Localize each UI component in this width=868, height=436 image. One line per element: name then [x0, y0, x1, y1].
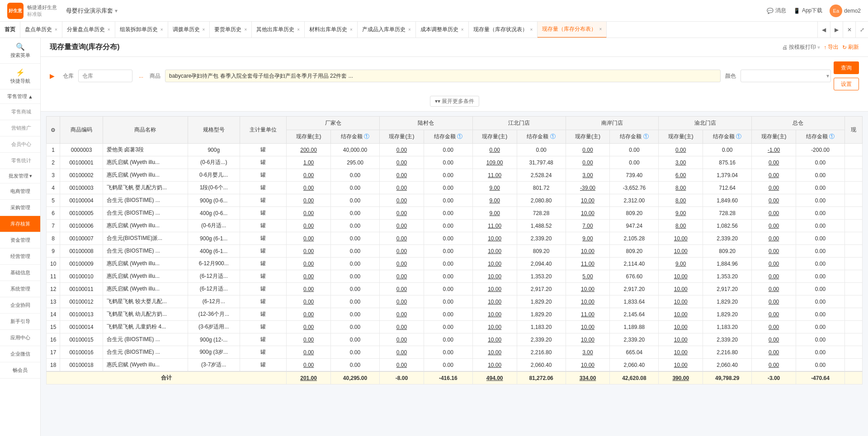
row-lu-qty[interactable]: 0.00: [379, 182, 424, 194]
row-jb-qty[interactable]: 10.00: [472, 258, 517, 270]
row-yb-qty[interactable]: 10.00: [659, 283, 703, 295]
row-yb-qty[interactable]: 10.00: [659, 321, 703, 333]
row-lu-qty[interactable]: 0.00: [379, 232, 424, 245]
row-tot-qty[interactable]: 0.00: [752, 270, 796, 283]
sidebar-item-ecommerce[interactable]: 电商管理: [0, 183, 40, 200]
summary-fac-qty[interactable]: 201.00: [287, 371, 331, 384]
row-fac-qty[interactable]: 0.00: [287, 308, 331, 321]
row-tot-qty[interactable]: 0.00: [752, 194, 796, 207]
tab-close-8[interactable]: ×: [408, 27, 411, 32]
row-jb-qty[interactable]: 11.00: [472, 169, 517, 182]
row-jb-qty[interactable]: 10.00: [472, 283, 517, 295]
tab-expand-btn[interactable]: ⤢: [855, 22, 868, 38]
row-lu-qty[interactable]: 0.00: [379, 258, 424, 270]
sidebar-item-search[interactable]: 🔍 搜索英单: [0, 38, 40, 64]
row-lu-qty[interactable]: 0.00: [379, 144, 424, 156]
row-yb-qty[interactable]: 10.00: [659, 346, 703, 359]
tab-close-11[interactable]: ×: [599, 27, 602, 32]
sidebar-item-marketing[interactable]: 营销推广: [0, 120, 40, 136]
sidebar-item-purchase[interactable]: 采购管理: [0, 200, 40, 216]
sidebar-item-basic-info[interactable]: 基础信息: [0, 265, 40, 281]
row-tot-qty[interactable]: 0.00: [752, 182, 796, 194]
row-fac-qty[interactable]: 0.00: [287, 182, 331, 194]
row-lu-qty[interactable]: 0.00: [379, 346, 424, 359]
tab-home[interactable]: 首页: [0, 22, 20, 38]
row-yb-qty[interactable]: 8.00: [659, 182, 703, 194]
row-na-qty[interactable]: 3.00: [566, 169, 610, 182]
summary-yb-qty[interactable]: 390.00: [659, 371, 703, 384]
row-tot-qty[interactable]: 0.00: [752, 308, 796, 321]
row-jb-qty[interactable]: 10.00: [472, 321, 517, 333]
row-na-qty[interactable]: 11.00: [566, 308, 610, 321]
row-jb-qty[interactable]: 109.00: [472, 156, 517, 169]
row-tot-qty[interactable]: -1.00: [752, 144, 796, 156]
tab-close-1[interactable]: ×: [55, 27, 57, 32]
row-na-qty[interactable]: 10.00: [566, 295, 610, 308]
tab-2[interactable]: 分量盘点单历史 ×: [62, 22, 115, 38]
tab-close-2[interactable]: ×: [108, 27, 110, 32]
tab-close-9[interactable]: ×: [461, 27, 464, 32]
sidebar-item-nav[interactable]: ⚡ 快捷导航: [0, 64, 40, 89]
row-tot-qty[interactable]: 0.00: [752, 321, 796, 333]
row-jb-qty[interactable]: 10.00: [472, 245, 517, 258]
sidebar-item-retail-stats[interactable]: 零售统计: [0, 153, 40, 169]
row-yb-qty[interactable]: 8.00: [659, 194, 703, 207]
row-yb-qty[interactable]: 10.00: [659, 232, 703, 245]
row-na-qty[interactable]: 10.00: [566, 207, 610, 220]
row-na-qty[interactable]: 9.00: [566, 232, 610, 245]
row-yb-qty[interactable]: 8.00: [659, 220, 703, 232]
color-input[interactable]: [741, 70, 831, 82]
row-fac-qty[interactable]: 0.00: [287, 321, 331, 333]
row-na-qty[interactable]: 5.00: [566, 270, 610, 283]
row-jb-qty[interactable]: 10.00: [472, 346, 517, 359]
row-jb-qty[interactable]: 11.00: [472, 220, 517, 232]
tab-close-all-btn[interactable]: ✕: [843, 22, 855, 38]
row-fac-qty[interactable]: 200.00: [287, 144, 331, 156]
row-jb-qty[interactable]: 10.00: [472, 295, 517, 308]
row-yb-qty[interactable]: 9.00: [659, 207, 703, 220]
message-btn[interactable]: 💬 消息: [767, 7, 786, 14]
row-yb-qty[interactable]: 10.00: [659, 295, 703, 308]
row-na-qty[interactable]: 10.00: [566, 194, 610, 207]
row-fac-qty[interactable]: 0.00: [287, 333, 331, 346]
summary-na-qty[interactable]: 334.00: [566, 371, 610, 384]
row-yb-qty[interactable]: 6.00: [659, 169, 703, 182]
sidebar-item-retail-mgmt[interactable]: 零售管理 ▲: [0, 89, 40, 104]
row-na-qty[interactable]: 10.00: [566, 245, 610, 258]
tab-8[interactable]: 产成品入库单历史 ×: [358, 22, 416, 38]
row-yb-qty[interactable]: 3.00: [659, 156, 703, 169]
row-na-qty[interactable]: 3.00: [566, 346, 610, 359]
row-lu-qty[interactable]: 0.00: [379, 295, 424, 308]
row-tot-qty[interactable]: 0.00: [752, 169, 796, 182]
row-jb-qty[interactable]: 9.00: [472, 194, 517, 207]
row-na-qty[interactable]: -39.00: [566, 182, 610, 194]
row-yb-qty[interactable]: 10.00: [659, 359, 703, 372]
row-na-qty[interactable]: 10.00: [566, 283, 610, 295]
row-lu-qty[interactable]: 0.00: [379, 194, 424, 207]
row-tot-qty[interactable]: 0.00: [752, 156, 796, 169]
expand-conditions-btn[interactable]: ▾▾ 展开更多条件: [430, 96, 479, 107]
sidebar-item-collab[interactable]: 企业协同: [0, 297, 40, 314]
row-lu-qty[interactable]: 0.00: [379, 220, 424, 232]
row-yb-qty[interactable]: 9.00: [659, 258, 703, 270]
row-tot-qty[interactable]: 0.00: [752, 346, 796, 359]
row-yb-qty[interactable]: 0.00: [659, 144, 703, 156]
row-yb-qty[interactable]: 10.00: [659, 270, 703, 283]
row-fac-qty[interactable]: 0.00: [287, 270, 331, 283]
row-lu-qty[interactable]: 0.00: [379, 333, 424, 346]
warehouse-dots-btn[interactable]: ...: [137, 73, 145, 79]
tab-11[interactable]: 现存量（库存分布表） ×: [538, 22, 607, 38]
row-fac-qty[interactable]: 0.00: [287, 194, 331, 207]
row-lu-qty[interactable]: 0.00: [379, 270, 424, 283]
row-tot-qty[interactable]: 0.00: [752, 232, 796, 245]
query-btn[interactable]: 查询: [834, 61, 859, 74]
tab-7[interactable]: 材料出库单历史 ×: [305, 22, 358, 38]
sidebar-item-system[interactable]: 系统管理: [0, 281, 40, 297]
tab-6[interactable]: 其他出库单历史 ×: [252, 22, 305, 38]
row-jb-qty[interactable]: 10.00: [472, 359, 517, 372]
row-lu-qty[interactable]: 0.00: [379, 156, 424, 169]
row-na-qty[interactable]: 0.00: [566, 156, 610, 169]
row-fac-qty[interactable]: 0.00: [287, 245, 331, 258]
row-fac-qty[interactable]: 0.00: [287, 295, 331, 308]
row-fac-qty[interactable]: 0.00: [287, 258, 331, 270]
